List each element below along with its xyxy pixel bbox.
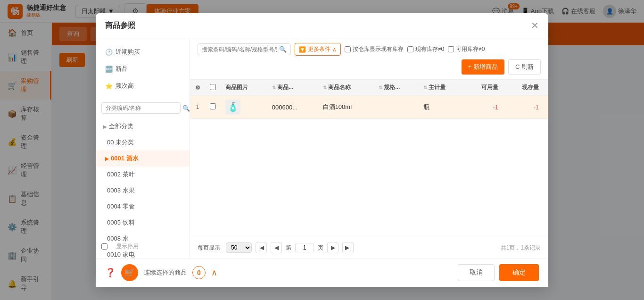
quick-filters: 🕐 近期购买 🆕 新品 ⭐ 频次高 [96, 42, 190, 96]
add-product-button[interactable]: + 新增商品 [462, 59, 504, 75]
col-image: 商品图片 [221, 80, 267, 96]
sort-icon: ⇅ [272, 85, 276, 90]
select-all-checkbox[interactable] [210, 84, 216, 90]
chevron-up-icon: ∧ [332, 46, 337, 53]
page-number-input[interactable] [295, 243, 314, 252]
collapse-up-icon[interactable]: ∧ [211, 267, 217, 278]
modal-body: 🕐 近期购买 🆕 新品 ⭐ 频次高 ◀◀ [96, 38, 548, 258]
row-checkbox-cell[interactable] [205, 96, 221, 119]
modal-footer: ❓ 🛒 连续选择的商品 0 ∧ 取消 确定 [96, 258, 548, 287]
product-table: ⚙ 商品图片 ⇅ 商品... [190, 80, 548, 119]
pagination: 每页显示 50 10 20 100 |◀ ◀ 第 页 ▶ ▶| 共1页，1条记录 [190, 237, 548, 258]
category-search-input[interactable] [101, 102, 181, 114]
modal-left-panel: 🕐 近期购买 🆕 新品 ⭐ 频次高 ◀◀ [96, 38, 190, 258]
filter-more-button[interactable]: 🔽 更多条件 ∧ [295, 43, 341, 56]
category-search: 🔍 [96, 100, 190, 117]
product-unit-cell: 瓶 [419, 96, 465, 119]
table-wrap: ⚙ 商品图片 ⇅ 商品... [190, 80, 548, 237]
product-name-cell: 白酒100ml [318, 96, 374, 119]
modal-close-button[interactable]: ✕ [531, 20, 539, 31]
clock-icon: 🕐 [105, 49, 113, 56]
col-spec[interactable]: ⇅ 规格... [374, 80, 419, 96]
show-disabled-wrap: 显示停用 [96, 235, 150, 258]
star-icon: ⭐ [105, 83, 113, 90]
collapse-panel-button[interactable]: ◀◀ [190, 99, 190, 110]
product-thumbnail: 🧴 [225, 100, 240, 115]
search-wrap: 🔍 [198, 43, 291, 55]
page-next-button[interactable]: ▶ [327, 242, 339, 253]
row-number: 1 [190, 96, 205, 119]
col-checkbox [205, 80, 221, 96]
cat-item-beverage[interactable]: 0005 饮料 [96, 215, 190, 231]
cat-item-snack[interactable]: 0004 零食 [96, 199, 190, 215]
col-unit[interactable]: ⇅ 主计量 [419, 80, 465, 96]
new-icon: 🆕 [105, 66, 113, 73]
modal-overlay: 商品参照 ✕ 🕐 近期购买 🆕 新品 ⭐ 频次高 [0, 0, 644, 300]
col-available[interactable]: 可用量 [465, 80, 503, 96]
page-size-select[interactable]: 50 10 20 100 [226, 242, 252, 253]
quick-item-recent[interactable]: 🕐 近期购买 [99, 44, 186, 60]
product-code-cell: 000600... [267, 96, 318, 119]
cat-item-fruit[interactable]: 0003 水果 [96, 183, 190, 199]
has-stock-checkbox[interactable] [407, 46, 413, 52]
show-disabled-checkbox[interactable] [101, 243, 107, 250]
filter-bar: 🔍 🔽 更多条件 ∧ 按仓库显示现有库存 现有库存≠0 [190, 38, 548, 80]
product-stock-cell: -1 [503, 96, 548, 119]
cat-arrow-icon: ▶ [105, 156, 109, 161]
page-first-button[interactable]: |◀ [256, 242, 267, 253]
filter-icon: 🔽 [299, 46, 306, 53]
available-checkbox[interactable] [448, 46, 454, 52]
footer-actions: 取消 确定 [458, 264, 539, 281]
col-name[interactable]: ⇅ 商品名称 [318, 80, 374, 96]
cat-item-tea[interactable]: 0002 茶叶 [96, 167, 190, 183]
page-last-button[interactable]: ▶| [342, 242, 354, 253]
col-settings[interactable]: ⚙ [190, 80, 205, 96]
row-checkbox[interactable] [210, 103, 216, 109]
product-reference-modal: 商品参照 ✕ 🕐 近期购买 🆕 新品 ⭐ 频次高 [96, 13, 548, 287]
product-search-input[interactable] [202, 46, 277, 53]
cancel-button[interactable]: 取消 [458, 264, 495, 281]
product-thumb-cell: 🧴 [221, 96, 267, 119]
cat-item-liquor[interactable]: ▶ 0001 酒水 [96, 150, 190, 167]
sort-icon: ⇅ [379, 85, 382, 90]
filter-available-check[interactable]: 可用库存≠0 [448, 45, 485, 53]
page-prev-button[interactable]: ◀ [271, 242, 282, 253]
modal-right-panel: 🔍 🔽 更多条件 ∧ 按仓库显示现有库存 现有库存≠0 [190, 38, 548, 258]
modal-title: 商品参照 [105, 21, 135, 31]
search-icon[interactable]: 🔍 [279, 46, 287, 53]
cart-button[interactable]: 🛒 [121, 264, 138, 281]
modal-header: 商品参照 ✕ [96, 13, 548, 38]
confirm-button[interactable]: 确定 [499, 264, 539, 281]
sort-icon: ⇅ [423, 85, 427, 90]
col-stock[interactable]: 现存量 [503, 80, 548, 96]
product-spec-cell [374, 96, 419, 119]
filter-warehouse-check[interactable]: 按仓库显示现有库存 [345, 45, 404, 53]
show-disabled-label: 显示停用 [110, 239, 144, 254]
quick-item-frequent[interactable]: ⭐ 频次高 [99, 78, 186, 94]
cart-count-badge: 0 [192, 266, 206, 279]
help-icon[interactable]: ❓ [105, 267, 116, 278]
refresh-button[interactable]: C 刷新 [508, 59, 541, 75]
product-available-cell: -1 [465, 96, 503, 119]
cat-item-uncategorized[interactable]: 00 未分类 [96, 134, 190, 150]
col-code[interactable]: ⇅ 商品... [267, 80, 318, 96]
search-icon[interactable]: 🔍 [182, 105, 190, 112]
filter-has-stock-check[interactable]: 现有库存≠0 [407, 45, 444, 53]
table-header-row: ⚙ 商品图片 ⇅ 商品... [190, 80, 548, 96]
quick-item-new[interactable]: 🆕 新品 [99, 61, 186, 77]
sort-icon: ⇅ [323, 85, 327, 90]
table-row[interactable]: 1 🧴 000600... [190, 96, 548, 119]
chevron-right-icon: ▶ [103, 124, 107, 129]
warehouse-checkbox[interactable] [345, 46, 351, 52]
filter-actions: + 新增商品 C 刷新 [462, 59, 541, 75]
cat-item-all[interactable]: ▶ 全部分类 [96, 118, 190, 134]
